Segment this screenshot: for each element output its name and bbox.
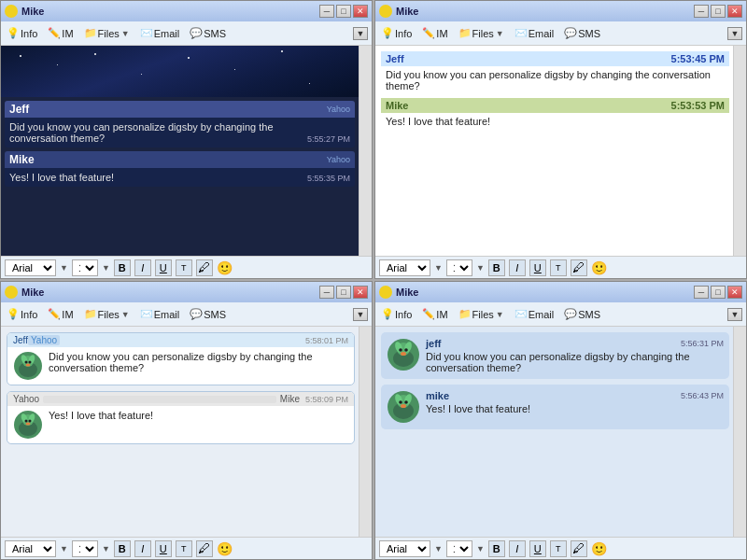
maximize-btn-1[interactable]: □ — [336, 5, 351, 18]
toolbar-sms-1[interactable]: 💬 SMS — [188, 27, 229, 40]
av-right-mike-4: mike 5:56:43 PM Yes! I love that feature… — [426, 390, 724, 414]
emoji-btn-1[interactable]: 🖊 — [196, 259, 213, 276]
maximize-btn-2[interactable]: □ — [711, 5, 726, 18]
chat-header-img-1 — [1, 46, 372, 97]
scrollbar-4[interactable] — [733, 327, 746, 537]
smiley-3[interactable]: 🙂 — [217, 541, 233, 556]
sender-mike-2: Mike — [386, 100, 408, 111]
toolbar-im-4[interactable]: ✏️ IM — [420, 308, 450, 321]
maximize-btn-4[interactable]: □ — [711, 286, 726, 299]
toolbar-email-1[interactable]: ✉️ Email — [138, 27, 183, 40]
toolbar-info-4[interactable]: 💡 Info — [379, 308, 415, 321]
toolbar-expand-4[interactable]: ▼ — [727, 308, 742, 321]
emoji-btn-2[interactable]: 🖊 — [571, 259, 587, 276]
toolbar-im-2[interactable]: ✏️ IM — [420, 27, 450, 40]
close-btn-1[interactable]: ✕ — [353, 5, 368, 18]
font-arrow-4: ▼ — [434, 544, 443, 553]
toolbar-files-3[interactable]: 📁 Files ▼ — [82, 308, 133, 321]
toolbar-files-2[interactable]: 📁 Files ▼ — [457, 27, 507, 40]
info-icon-1: 💡 — [7, 28, 19, 39]
emoji-icon-1: 🖊 — [198, 260, 210, 274]
minimize-btn-3[interactable]: ─ — [319, 286, 334, 299]
bold-btn-4[interactable]: B — [488, 540, 505, 557]
minimize-btn-4[interactable]: ─ — [694, 286, 709, 299]
minimize-btn-1[interactable]: ─ — [319, 5, 334, 18]
italic-btn-4[interactable]: I — [509, 540, 526, 557]
email-icon-4: ✉️ — [515, 309, 527, 320]
toolbar-expand-3[interactable]: ▼ — [353, 308, 368, 321]
underline-btn-3[interactable]: U — [155, 540, 172, 557]
msg-header-mike-2: Mike 5:53:53 PM — [381, 98, 729, 113]
maximize-btn-3[interactable]: □ — [336, 286, 351, 299]
svg-point-23 — [401, 352, 406, 356]
font-select-4[interactable]: Arial — [379, 540, 430, 557]
scrollbar-1[interactable] — [359, 46, 372, 256]
av-name-jeff-4: jeff — [426, 338, 442, 349]
italic-btn-3[interactable]: I — [134, 540, 151, 557]
italic-btn-1[interactable]: I — [134, 259, 151, 276]
service-mike-1: Yahoo — [327, 155, 350, 164]
toolbar-im-1[interactable]: ✏️ IM — [46, 27, 76, 40]
bold-btn-2[interactable]: B — [488, 259, 505, 276]
toolbar-expand-1[interactable]: ▼ — [353, 27, 368, 40]
bubble-time-mike-3: 5:58:09 PM — [305, 395, 348, 404]
avatar-jeff-3 — [13, 351, 43, 381]
toolbar-email-3[interactable]: ✉️ Email — [138, 308, 183, 321]
font-select-3[interactable]: Arial — [5, 540, 56, 557]
av-name-row-mike-4: mike 5:56:43 PM — [426, 390, 724, 401]
message-block-jeff-1: Jeff Yahoo Did you know you can personal… — [5, 101, 355, 147]
toolbar-sms-4[interactable]: 💬 SMS — [562, 308, 603, 321]
toolbar-email-2[interactable]: ✉️ Email — [513, 27, 557, 40]
title-bar-4: Mike ─ □ ✕ — [375, 282, 746, 302]
toolbar-email-4[interactable]: ✉️ Email — [513, 308, 557, 321]
font-color-btn-3[interactable]: T — [176, 540, 192, 557]
toolbar-expand-2[interactable]: ▼ — [727, 27, 742, 40]
svg-point-6 — [29, 361, 32, 364]
size-select-4[interactable]: 10 — [446, 540, 472, 557]
smiley-4[interactable]: 🙂 — [591, 541, 607, 556]
toolbar-files-4[interactable]: 📁 Files ▼ — [457, 308, 507, 321]
close-btn-2[interactable]: ✕ — [727, 5, 742, 18]
toolbar-info-3[interactable]: 💡 Info — [5, 308, 40, 321]
italic-btn-2[interactable]: I — [509, 259, 526, 276]
font-select-2[interactable]: Arial — [379, 259, 430, 276]
size-select-2[interactable]: 10 — [446, 259, 472, 276]
time-mike-2: 5:53:53 PM — [671, 100, 725, 111]
emoji-btn-4[interactable]: 🖊 — [571, 540, 587, 557]
chat-area-1: Jeff Yahoo Did you know you can personal… — [1, 46, 372, 256]
font-color-btn-4[interactable]: T — [550, 540, 567, 557]
bold-btn-3[interactable]: B — [114, 540, 131, 557]
star — [188, 57, 190, 59]
toolbar-files-1[interactable]: 📁 Files ▼ — [82, 27, 133, 40]
message-row-jeff-2: Jeff 5:53:45 PM Did you know you can per… — [381, 51, 729, 94]
svg-point-31 — [401, 404, 406, 408]
minimize-btn-2[interactable]: ─ — [694, 5, 709, 18]
smiley-1[interactable]: 🙂 — [217, 260, 233, 275]
underline-btn-1[interactable]: U — [155, 259, 172, 276]
toolbar-sms-2[interactable]: 💬 SMS — [562, 27, 603, 40]
font-select-1[interactable]: Arial — [5, 259, 56, 276]
size-select-1[interactable]: 10 — [72, 259, 98, 276]
bold-btn-1[interactable]: B — [114, 259, 131, 276]
font-arrow-3: ▼ — [60, 544, 68, 553]
scrollbar-2[interactable] — [733, 46, 746, 256]
toolbar-sms-3[interactable]: 💬 SMS — [188, 308, 229, 321]
underline-btn-2[interactable]: U — [529, 259, 546, 276]
emoji-icon-3: 🖊 — [198, 541, 210, 555]
emoji-btn-3[interactable]: 🖊 — [196, 540, 213, 557]
im-icon-2: ✏️ — [423, 28, 434, 39]
im-icon-1: ✏️ — [49, 28, 60, 39]
av-block-jeff-4: jeff 5:56:31 PM Did you know you can per… — [381, 332, 729, 379]
size-select-3[interactable]: 10 — [72, 540, 98, 557]
smiley-2[interactable]: 🙂 — [591, 260, 607, 275]
close-btn-4[interactable]: ✕ — [727, 286, 742, 299]
toolbar-im-3[interactable]: ✏️ IM — [46, 308, 76, 321]
msg-header-jeff-2: Jeff 5:53:45 PM — [381, 51, 729, 66]
toolbar-info-1[interactable]: 💡 Info — [5, 27, 40, 40]
close-btn-3[interactable]: ✕ — [353, 286, 368, 299]
underline-btn-4[interactable]: U — [529, 540, 546, 557]
toolbar-info-2[interactable]: 💡 Info — [379, 27, 415, 40]
font-color-btn-1[interactable]: T — [176, 259, 192, 276]
scrollbar-3[interactable] — [359, 327, 372, 537]
font-color-btn-2[interactable]: T — [550, 259, 567, 276]
